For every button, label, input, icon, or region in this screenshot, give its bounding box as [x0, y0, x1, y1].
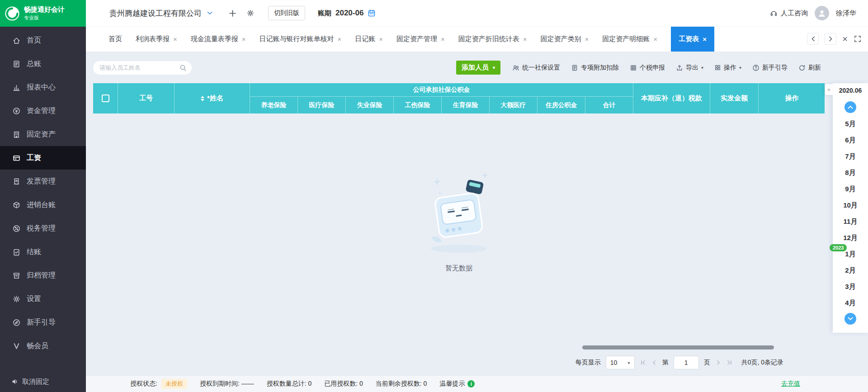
- sidebar-item-salary[interactable]: 工资: [0, 146, 86, 170]
- sidebar-item-stock-ledger[interactable]: 进销台账: [0, 193, 86, 217]
- month-item-april[interactable]: 4月: [833, 295, 868, 311]
- header-cell-work-injury[interactable]: 工伤保险: [394, 97, 442, 113]
- support-button[interactable]: 人工咨询: [770, 9, 808, 18]
- prev-page-button[interactable]: [651, 359, 657, 366]
- sidebar-item-closing[interactable]: 结账: [0, 240, 86, 264]
- sort-icon[interactable]: [201, 96, 204, 101]
- sidebar-item-report-center[interactable]: 报表中心: [0, 76, 86, 99]
- sidebar-item-invoice[interactable]: 发票管理: [0, 170, 86, 193]
- header-cell-employee-id[interactable]: 工号: [118, 83, 175, 113]
- unpin-sidebar-button[interactable]: 取消固定: [0, 371, 86, 392]
- header-cell-name[interactable]: *姓名: [175, 83, 250, 113]
- sidebar-item-label: 发票管理: [27, 177, 56, 186]
- account-settings-button[interactable]: [246, 9, 255, 17]
- header-cell-large-medical[interactable]: 大额医疗: [490, 97, 538, 113]
- tab-fixed-asset-detail[interactable]: 固定资产明细账×: [602, 27, 657, 52]
- sidebar-item-fixed-assets[interactable]: 固定资产: [0, 123, 86, 146]
- unified-social-security-button[interactable]: 统一社保设置: [512, 64, 560, 72]
- tab-profit-quarterly[interactable]: 利润表季报×: [136, 27, 177, 52]
- sidebar-item-home[interactable]: 首页: [0, 28, 86, 52]
- info-icon[interactable]: i: [467, 380, 475, 387]
- page-number-input[interactable]: [674, 356, 699, 369]
- close-icon[interactable]: ×: [441, 36, 445, 43]
- tab-salary-sheet[interactable]: 工资表×: [671, 27, 714, 52]
- next-page-button[interactable]: [715, 359, 722, 366]
- month-item-july[interactable]: 7月: [833, 148, 868, 165]
- month-item-october[interactable]: 10月: [833, 197, 868, 213]
- close-icon[interactable]: ×: [242, 36, 246, 43]
- username[interactable]: 徐泽华: [836, 9, 856, 18]
- close-icon[interactable]: ×: [523, 36, 527, 43]
- month-item-february[interactable]: 2月: [833, 262, 868, 279]
- month-item-september[interactable]: 9月: [833, 181, 868, 197]
- close-icon[interactable]: ×: [653, 36, 657, 43]
- close-all-tabs-button[interactable]: ×: [842, 34, 848, 43]
- sidebar-item-tax[interactable]: 税务管理: [0, 217, 86, 240]
- scroll-months-down-button[interactable]: [844, 313, 856, 325]
- sidebar-item-general-ledger[interactable]: 总账: [0, 52, 86, 76]
- header-cell-net-pay[interactable]: 实发金额: [710, 83, 759, 113]
- tab-cashflow-quarterly[interactable]: 现金流量表季报×: [191, 27, 246, 52]
- sidebar-item-label: 报表中心: [27, 83, 56, 92]
- refresh-icon: [798, 64, 806, 71]
- sidebar-item-archive[interactable]: 归档管理: [0, 264, 86, 287]
- calendar-icon[interactable]: [368, 9, 376, 17]
- header-cell-housing-fund[interactable]: 住房公积金: [538, 97, 585, 113]
- tab-depreciation-stats[interactable]: 固定资产折旧统计表×: [458, 27, 527, 52]
- tab-journal[interactable]: 日记账×: [355, 27, 383, 52]
- operations-button[interactable]: 操作 ▾: [714, 64, 741, 72]
- header-cell-subtotal[interactable]: 合计: [585, 97, 633, 113]
- auth-status-label: 授权状态:: [130, 380, 157, 388]
- sidebar-item-funds[interactable]: 资金管理: [0, 99, 86, 123]
- tabs-scroll-right-button[interactable]: [825, 33, 836, 45]
- header-cell-medical[interactable]: 医疗保险: [298, 97, 346, 113]
- month-item-march[interactable]: 3月: [833, 279, 868, 295]
- export-button[interactable]: 导出 ▾: [676, 64, 703, 72]
- select-all-checkbox[interactable]: [102, 94, 109, 102]
- month-item-december[interactable]: 12月: [833, 230, 868, 246]
- switch-old-version-button[interactable]: 切到旧版: [268, 6, 305, 20]
- company-selector[interactable]: 贵州腾越建设工程有限公司: [109, 8, 212, 19]
- special-deduction-button[interactable]: 专项附加扣除: [571, 64, 619, 72]
- month-item-may[interactable]: 5月: [833, 116, 868, 132]
- avatar[interactable]: [815, 6, 829, 20]
- tabs-scroll-left-button[interactable]: [807, 33, 819, 45]
- close-icon[interactable]: ×: [338, 36, 342, 43]
- header-cell-unemployment[interactable]: 失业保险: [346, 97, 394, 113]
- sidebar-item-beginner-guide[interactable]: 新手引导: [0, 311, 86, 334]
- sidebar-item-settings[interactable]: 设置: [0, 287, 86, 311]
- fullscreen-icon[interactable]: [854, 35, 862, 43]
- tab-fixed-asset-category[interactable]: 固定资产类别×: [541, 27, 589, 52]
- month-item-november[interactable]: 11月: [833, 213, 868, 230]
- beginner-guide-button[interactable]: 新手引导: [752, 64, 788, 72]
- first-page-button[interactable]: [640, 359, 646, 366]
- tab-fixed-asset-mgmt[interactable]: 固定资产管理×: [396, 27, 445, 52]
- sidebar-item-member[interactable]: 畅会员: [0, 334, 86, 358]
- refresh-button[interactable]: 刷新: [798, 64, 821, 72]
- chevron-down-icon: ▾: [628, 360, 630, 365]
- period-month-panel: » 2020.06 5月 6月 7月 8月 9月 10月 11月 12月 1月 …: [833, 83, 868, 333]
- search-icon[interactable]: [179, 64, 187, 71]
- month-item-june[interactable]: 6月: [833, 132, 868, 148]
- header-cell-tax-due[interactable]: 本期应补（退）税款: [633, 83, 710, 113]
- add-employee-button[interactable]: 添加人员 ▾: [456, 61, 500, 75]
- horizontal-scrollbar[interactable]: [582, 345, 774, 349]
- per-page-select[interactable]: 10 ▾: [606, 356, 635, 369]
- close-icon[interactable]: ×: [703, 36, 707, 43]
- add-account-button[interactable]: [229, 9, 236, 17]
- header-cell-pension[interactable]: 养老保险: [250, 97, 298, 113]
- last-page-button[interactable]: [726, 359, 733, 366]
- tab-home[interactable]: 首页: [108, 27, 122, 52]
- recharge-link[interactable]: 去充值: [781, 380, 800, 388]
- close-icon[interactable]: ×: [379, 36, 383, 43]
- box-icon: [12, 201, 21, 209]
- search-input[interactable]: [93, 61, 192, 75]
- tab-journal-bank-check[interactable]: 日记账与银行对账单核对×: [259, 27, 342, 52]
- close-icon[interactable]: ×: [173, 36, 177, 43]
- header-cell-maternity[interactable]: 生育保险: [442, 97, 490, 113]
- scroll-months-up-button[interactable]: [844, 101, 856, 113]
- collapse-panel-icon[interactable]: »: [825, 84, 833, 95]
- tax-declaration-button[interactable]: 个税申报: [630, 64, 665, 72]
- close-icon[interactable]: ×: [585, 36, 589, 43]
- month-item-august[interactable]: 8月: [833, 165, 868, 181]
